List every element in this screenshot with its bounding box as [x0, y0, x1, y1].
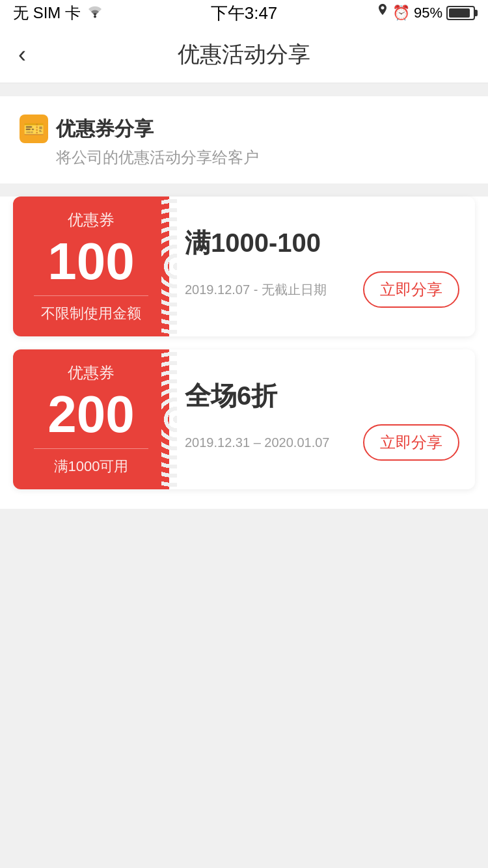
- coupon-name-1: 全场6折: [185, 378, 459, 414]
- coupon-right-1: 全场6折 2019.12.31 – 2020.01.07 立即分享: [169, 349, 475, 489]
- coupon-left-1: 优惠券 200 满1000可用: [13, 349, 169, 489]
- share-button-0[interactable]: 立即分享: [363, 271, 459, 308]
- svg-point-0: [94, 16, 96, 18]
- status-bar: 无 SIM 卡 下午3:47 ⏰ 95%: [0, 0, 488, 26]
- coupon-divider-0: [34, 295, 148, 296]
- share-button-1[interactable]: 立即分享: [363, 424, 459, 461]
- carrier-text: 无 SIM 卡: [13, 3, 81, 23]
- coupon-meta-1: 2019.12.31 – 2020.01.07 立即分享: [185, 424, 459, 461]
- status-left: 无 SIM 卡: [13, 3, 104, 23]
- battery-icon: [446, 6, 475, 20]
- coupon-left-0: 优惠券 100 不限制使用金额: [13, 197, 169, 336]
- coupon-list: 优惠券 100 不限制使用金额 满1000-100 2019.12.07 - 无…: [0, 197, 488, 509]
- coupon-meta-0: 2019.12.07 - 无截止日期 立即分享: [185, 271, 459, 308]
- status-right: ⏰ 95%: [377, 4, 475, 22]
- section-subtitle: 将公司的优惠活动分享给客户: [20, 147, 468, 168]
- location-icon: [377, 4, 388, 22]
- coupon-amount-0: 100: [47, 236, 134, 288]
- coupon-card: 优惠券 100 不限制使用金额 满1000-100 2019.12.07 - 无…: [13, 197, 475, 336]
- coupon-name-0: 满1000-100: [185, 225, 459, 261]
- nav-bar: ‹ 优惠活动分享: [0, 26, 488, 83]
- section-header-row: 🎫 优惠券分享: [20, 115, 468, 143]
- wifi-icon: [86, 4, 104, 22]
- coupon-left-inner-1: 优惠券 200 满1000可用: [20, 362, 163, 476]
- coupon-date-0: 2019.12.07 - 无截止日期: [185, 281, 357, 299]
- coupon-type-0: 优惠券: [68, 210, 115, 230]
- coupon-type-1: 优惠券: [68, 362, 115, 383]
- battery-percent: 95%: [414, 5, 442, 21]
- section-header: 🎫 优惠券分享 将公司的优惠活动分享给客户: [0, 96, 488, 183]
- page-title: 优惠活动分享: [178, 40, 310, 70]
- coupon-right-0: 满1000-100 2019.12.07 - 无截止日期 立即分享: [169, 197, 475, 336]
- back-button[interactable]: ‹: [18, 41, 26, 68]
- coupon-card: 优惠券 200 满1000可用 全场6折 2019.12.31 – 2020.0…: [13, 349, 475, 489]
- time-display: 下午3:47: [211, 2, 278, 25]
- coupon-date-1: 2019.12.31 – 2020.01.07: [185, 435, 357, 450]
- section-title: 优惠券分享: [56, 116, 154, 142]
- coupon-condition-1: 满1000可用: [54, 457, 129, 476]
- coupon-left-inner-0: 优惠券 100 不限制使用金额: [20, 210, 163, 323]
- section-icon: 🎫: [20, 115, 48, 143]
- coupon-condition-0: 不限制使用金额: [41, 304, 141, 323]
- coupon-divider-1: [34, 448, 148, 449]
- background-area: [0, 509, 488, 834]
- coupon-amount-1: 200: [47, 388, 134, 441]
- alarm-icon: ⏰: [392, 5, 410, 21]
